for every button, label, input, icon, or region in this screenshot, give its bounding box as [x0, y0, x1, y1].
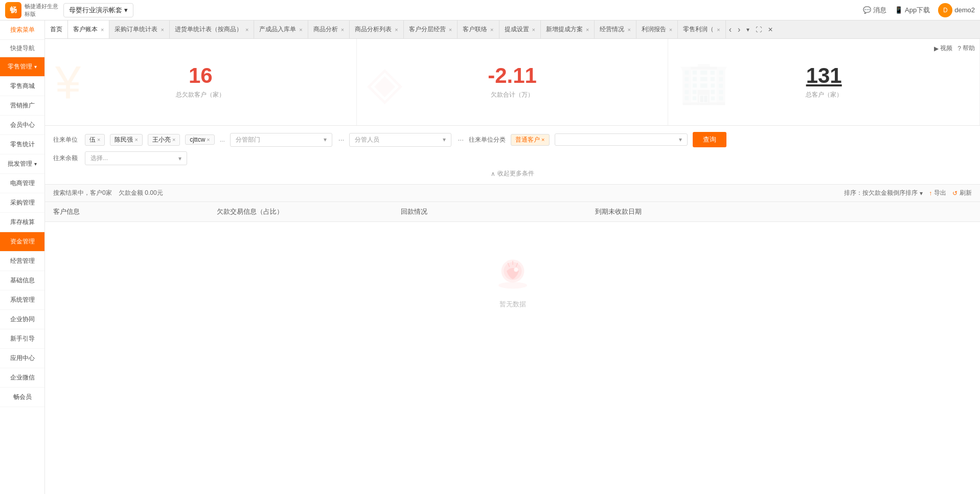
chevron-down-icon: ▾	[178, 155, 181, 162]
tab-close-contact[interactable]: ×	[490, 27, 493, 33]
chevron-down-icon: ▾	[34, 64, 37, 70]
content-area: 首页 客户账本 × 采购订单统计表 × 进货单统计表（按商品） × 产成品入库单…	[45, 20, 980, 494]
sidebar-item-retail-mgmt[interactable]: 零售管理 ▾	[0, 57, 44, 77]
tab-close-raise[interactable]: ×	[532, 27, 535, 33]
tab-close-product-in[interactable]: ×	[299, 27, 302, 33]
tab-fullscreen-btn[interactable]: ⛶	[753, 26, 765, 33]
sidebar-item-ops[interactable]: 经营管理	[0, 252, 44, 271]
svg-point-3	[514, 268, 518, 272]
sidebar-item-app-center[interactable]: 应用中心	[0, 349, 44, 368]
tab-profit-report[interactable]: 利润报告 ×	[636, 20, 678, 39]
query-button[interactable]: 查询	[693, 132, 726, 147]
sidebar-item-retail-stats[interactable]: 零售统计	[0, 135, 44, 154]
tab-nav-next[interactable]: ›	[735, 25, 743, 34]
filter-unit-class-select[interactable]: ▾	[555, 133, 688, 146]
chevron-down-icon: ▾	[443, 136, 446, 143]
tab-goods-analysis[interactable]: 商品分析 ×	[308, 20, 350, 39]
tab-close-profit[interactable]: ×	[669, 27, 672, 33]
stats-bg-icon-debt: ◈	[367, 55, 402, 109]
sidebar-item-purchase[interactable]: 采购管理	[0, 193, 44, 213]
sidebar-item-enterprise-collab[interactable]: 企业协同	[0, 310, 44, 329]
filter-tag-close-wu[interactable]: ×	[97, 137, 100, 143]
tab-close-retail-profit[interactable]: ×	[717, 27, 720, 33]
filter-tag-close-chen[interactable]: ×	[134, 137, 138, 143]
result-actions: 排序：按欠款金额倒序排序 ▾ ↑ 导出 ↺ 刷新	[844, 189, 972, 197]
tab-operation[interactable]: 经营情况 ×	[595, 20, 636, 39]
chevron-down-icon: ▾	[124, 6, 128, 14]
sidebar-item-member-pass[interactable]: 畅会员	[0, 388, 44, 407]
stats-total-all-customers: 🏢 131 总客户（家）	[668, 39, 980, 125]
sort-button[interactable]: 排序：按欠款金额倒序排序 ▾	[844, 189, 923, 197]
filter-tag-cjttcw[interactable]: cjttcw ×	[185, 134, 214, 145]
export-button[interactable]: ↑ 导出	[929, 189, 946, 197]
tab-goods-analysis-list[interactable]: 商品分析列表 ×	[350, 20, 403, 39]
filter-tag-close-ordinary[interactable]: ×	[541, 137, 544, 143]
tab-inventory-stat[interactable]: 进货单统计表（按商品） ×	[170, 20, 254, 39]
filter-person-ellipsis[interactable]: ···	[458, 136, 464, 144]
sidebar-item-marketing[interactable]: 营销推广	[0, 96, 44, 116]
filter-row-2: 往来余额 选择... ▾	[53, 151, 972, 165]
tab-nav-prev[interactable]: ‹	[726, 25, 735, 34]
stats-label-all: 总客户（家）	[806, 91, 842, 99]
tab-menu-btn[interactable]: ▾	[743, 26, 753, 33]
tab-customer-tier[interactable]: 客户分层经营 ×	[404, 20, 458, 39]
tab-close-op[interactable]: ×	[627, 27, 630, 33]
tab-close-goods[interactable]: ×	[341, 27, 344, 33]
svg-point-0	[498, 282, 527, 289]
filter-tag-wang[interactable]: 王小亮 ×	[148, 134, 180, 146]
tab-home[interactable]: 首页	[45, 20, 68, 39]
filter-person-select[interactable]: 分管人员 ▾	[349, 133, 451, 147]
user-avatar[interactable]: D demo2	[938, 3, 975, 17]
tab-new-raise[interactable]: 新增提成方案 ×	[541, 20, 595, 39]
export-icon: ↑	[929, 190, 932, 197]
tab-retail-profit[interactable]: 零售利润（ ×	[678, 20, 725, 39]
sidebar-search[interactable]: 搜索菜单	[0, 20, 44, 40]
tab-close-customer-tier[interactable]: ×	[449, 27, 452, 33]
app-download-button[interactable]: 📱 App下载	[895, 6, 930, 15]
tab-close-new-raise[interactable]: ×	[586, 27, 589, 33]
tab-close-inventory[interactable]: ×	[245, 27, 248, 33]
table-area: 客户信息 欠款交易信息（占比） 回款情况 到期未收款日期 暂无数据	[45, 202, 980, 494]
sidebar-item-wholesale-mgmt[interactable]: 批发管理 ▾	[0, 154, 44, 174]
refresh-button[interactable]: ↺ 刷新	[952, 189, 972, 197]
filter-tag-close-cjttcw[interactable]: ×	[207, 137, 210, 143]
sidebar-item-new-guide[interactable]: 新手引导	[0, 329, 44, 349]
filter-balance-select[interactable]: 选择... ▾	[85, 151, 187, 165]
filter-tag-ordinary[interactable]: 普通客户 ×	[511, 134, 549, 146]
filter-tag-wu[interactable]: 伍 ×	[85, 134, 105, 146]
tab-purchase-order[interactable]: 采购订单统计表 ×	[109, 20, 169, 39]
stats-top-right: ▶ 视频 ? 帮助	[934, 44, 975, 53]
tab-customer-contact[interactable]: 客户联络 ×	[458, 20, 499, 39]
sidebar-item-ecommerce[interactable]: 电商管理	[0, 174, 44, 193]
tab-accounts[interactable]: 客户账本 ×	[68, 20, 109, 39]
filter-tag-close-wang[interactable]: ×	[172, 137, 175, 143]
filter-dept-ellipsis[interactable]: ···	[338, 136, 345, 144]
stats-bar: ¥ 16 总欠款客户（家） ◈ -2.11 欠款合计（万） 🏢 131 总客户（…	[45, 39, 980, 126]
sidebar-item-system-mgmt[interactable]: 系统管理	[0, 290, 44, 310]
collapse-button[interactable]: ∧ 收起更多条件	[53, 169, 972, 178]
stats-label-debt: 欠款合计（万）	[491, 91, 534, 99]
message-button[interactable]: 💬 消息	[863, 6, 886, 15]
filter-unit-class-label: 往来单位分类	[469, 136, 506, 144]
sidebar-item-enterprise-wechat[interactable]: 企业微信	[0, 368, 44, 388]
video-link[interactable]: ▶ 视频	[934, 44, 952, 53]
tab-close-goods-list[interactable]: ×	[395, 27, 398, 33]
sidebar-item-member-center[interactable]: 会员中心	[0, 116, 44, 135]
sidebar-item-basic-info[interactable]: 基础信息	[0, 271, 44, 290]
tab-close-all-btn[interactable]: ✕	[765, 26, 776, 33]
filter-dept-select[interactable]: 分管部门 ▾	[230, 133, 332, 147]
help-link[interactable]: ? 帮助	[958, 44, 975, 53]
tab-close-accounts[interactable]: ×	[101, 27, 104, 33]
sidebar-item-inventory[interactable]: 库存核算	[0, 213, 44, 232]
col-header-customer: 客户信息	[53, 207, 217, 216]
sidebar-item-capital[interactable]: 资金管理	[0, 232, 44, 252]
tab-product-in[interactable]: 产成品入库单 ×	[254, 20, 308, 39]
filter-more-units[interactable]: ...	[220, 136, 225, 143]
tab-raise-settings[interactable]: 提成设置 ×	[499, 20, 541, 39]
sidebar-item-retail-shop[interactable]: 零售商城	[0, 77, 44, 96]
col-header-repayment: 回款情况	[401, 207, 595, 216]
account-selector[interactable]: 母婴行业演示帐套 ▾	[63, 3, 133, 17]
sidebar-quick-nav[interactable]: 快捷导航	[0, 40, 44, 57]
filter-tag-chen[interactable]: 陈民强 ×	[110, 134, 142, 146]
tab-close-purchase[interactable]: ×	[161, 27, 164, 33]
